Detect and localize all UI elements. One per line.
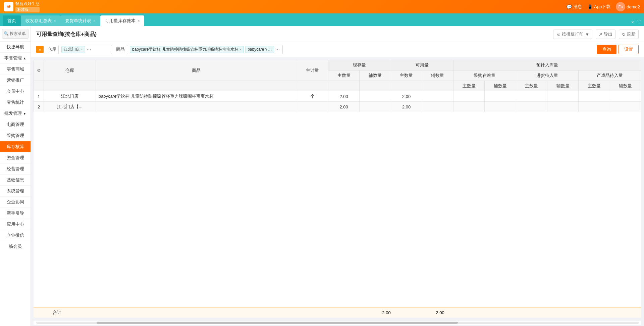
app-download-btn[interactable]: 📱 App下载 — [587, 4, 610, 10]
th-finished-pending: 产成品待入量 — [579, 71, 641, 81]
refresh-btn[interactable]: ↻ 刷新 — [619, 30, 639, 39]
fullscreen-btn[interactable]: ⛶ — [637, 19, 641, 25]
sidebar-item-member2[interactable]: 畅会员 — [0, 241, 31, 252]
sidebar-item-retail-mgmt[interactable]: 零售管理 ▲ — [0, 53, 31, 64]
printer-icon: 🖨 — [556, 32, 560, 37]
cell-available-main-1: 2.00 — [391, 91, 422, 102]
scrollbar-track — [36, 322, 639, 324]
template-badge: 标准版 — [15, 7, 40, 12]
query-btn[interactable]: 查询 — [597, 45, 616, 54]
sidebar-item-wechat[interactable]: 企业微信 — [0, 230, 31, 241]
export-btn[interactable]: ↗ 导出 — [596, 30, 615, 39]
th-empty5 — [328, 81, 359, 91]
warehouse-input[interactable]: 江北门店 × ··· — [58, 45, 112, 54]
th-empty4 — [297, 81, 328, 91]
sidebar-item-retail-stats[interactable]: 零售统计 — [0, 97, 31, 108]
sidebar-item-marketing[interactable]: 营销推广 — [0, 75, 31, 86]
cell-purchase-main-2 — [453, 102, 485, 112]
product-tag-1: babycare学饮杯 儿童防摔防撞吸管杯重力球吸嘴杯宝宝水杯 × — [130, 46, 244, 53]
tab-receive-summary[interactable]: 收发存汇总表 × — [21, 15, 60, 26]
cell-incoming-aux-2 — [547, 102, 579, 112]
print-template-btn[interactable]: 🖨 按模板打印 ▼ — [553, 30, 592, 39]
horizontal-scrollbar[interactable] — [34, 321, 641, 325]
sidebar-item-operations[interactable]: 经营管理 — [0, 164, 31, 175]
th-incoming-pending: 进货待入量 — [516, 71, 579, 81]
th-current-stock: 现存量 — [328, 60, 391, 71]
tab-order-stats[interactable]: 要货单统计表 × — [60, 15, 100, 26]
sidebar-item-app-center[interactable]: 应用中心 — [0, 219, 31, 230]
top-bar-right: 💬 消息 📱 App下载 Ea demo2 — [567, 2, 640, 11]
th-incoming-aux: 辅数量 — [547, 81, 579, 91]
product-input[interactable]: babycare学饮杯 儿童防摔防撞吸管杯重力球吸嘴杯宝宝水杯 × babyca… — [127, 45, 283, 54]
sidebar-item-ecommerce[interactable]: 电商管理 — [0, 119, 31, 130]
scrollbar-thumb[interactable] — [97, 322, 458, 324]
page-header: 可用量查询(按仓库+商品) 🖨 按模板打印 ▼ ↗ 导出 ↻ 刷新 — [31, 26, 644, 42]
sidebar-item-wholesale-mgmt[interactable]: 批发管理 ▼ — [0, 108, 31, 119]
th-empty — [34, 81, 44, 91]
sidebar-item-purchase[interactable]: 采购管理 — [0, 130, 31, 141]
filter-warehouse-group: 仓库 江北门店 × ··· — [48, 45, 112, 54]
sidebar-item-system[interactable]: 系统管理 — [0, 186, 31, 197]
filter-expand-btn[interactable]: » — [36, 46, 44, 53]
th-empty2 — [44, 81, 96, 91]
cell-purchase-main-1 — [453, 91, 485, 102]
user-menu[interactable]: Ea demo2 — [616, 2, 640, 11]
cell-finished-main-2 — [579, 102, 610, 112]
cell-unit-2 — [297, 102, 328, 112]
filter-product-group: 商品 babycare学饮杯 儿童防摔防撞吸管杯重力球吸嘴杯宝宝水杯 × bab… — [116, 45, 283, 54]
tab-receive-summary-close[interactable]: × — [54, 19, 56, 23]
sidebar-item-finance[interactable]: 资金管理 — [0, 152, 31, 164]
page-actions: 🖨 按模板打印 ▼ ↗ 导出 ↻ 刷新 — [553, 30, 639, 39]
tab-available-stock-close[interactable]: × — [138, 19, 140, 23]
table-row: 1 江北门店 babycare学饮杯 儿童防摔防撞吸管杯重力球吸嘴杯宝宝水杯 个… — [34, 91, 641, 102]
mobile-icon: 📱 — [587, 4, 593, 9]
sidebar-item-nav[interactable]: 快捷导航 — [0, 42, 31, 53]
chevron-up-icon: ▲ — [23, 56, 26, 60]
warehouse-tag: 江北门店 × — [61, 46, 85, 53]
refresh-icon: ↻ — [622, 32, 626, 37]
th-available: 可用量 — [391, 60, 453, 71]
dropdown-arrow-icon: ▼ — [585, 32, 589, 37]
close-window-btn[interactable]: × — [631, 19, 634, 25]
product-tag-2: babycare？... — [245, 46, 274, 53]
table-container: ⚙ 仓库 商品 主计量 现存量 可用量 预计入库量 主数量 辅数量 主数量 辅数… — [34, 60, 641, 307]
cell-available-main-2: 2.00 — [391, 102, 422, 112]
warehouse-tag-close[interactable]: × — [81, 47, 83, 51]
product-label: 商品 — [116, 46, 125, 52]
product-tag-1-close[interactable]: × — [239, 47, 241, 51]
cell-incoming-main-2 — [516, 102, 547, 112]
message-btn[interactable]: 💬 消息 — [567, 4, 582, 10]
top-bar: 好 畅捷通好生意 标准版 💬 消息 📱 App下载 Ea demo2 — [0, 0, 644, 13]
cell-product-2 — [96, 102, 297, 112]
settings-btn[interactable]: 设置 — [619, 45, 639, 54]
cell-incoming-aux-1 — [547, 91, 579, 102]
product-more-btn[interactable]: ··· — [275, 46, 280, 52]
sidebar-item-basic-info[interactable]: 基础信息 — [0, 175, 31, 186]
th-empty3 — [96, 81, 297, 91]
table-footer: 合计 2.00 2.00 — [34, 307, 641, 318]
cell-current-aux-1 — [360, 91, 391, 102]
column-settings-icon[interactable]: ⚙ — [37, 68, 41, 73]
table-row: 2 江北门店【... 2.00 2.00 — [34, 102, 641, 112]
warehouse-more-btn[interactable]: ··· — [87, 46, 91, 52]
tab-order-stats-close[interactable]: × — [93, 19, 95, 23]
th-finished-aux: 辅数量 — [610, 81, 641, 91]
th-purchase-aux: 辅数量 — [485, 81, 516, 91]
sidebar-item-inventory[interactable]: 库存核算 — [0, 141, 31, 152]
cell-purchase-aux-2 — [485, 102, 516, 112]
cell-unit-1: 个 — [297, 91, 328, 102]
export-icon: ↗ — [599, 32, 602, 37]
tab-home[interactable]: 首页 — [3, 15, 21, 26]
th-incoming-main: 主数量 — [516, 81, 547, 91]
cell-product-1: babycare学饮杯 儿童防摔防撞吸管杯重力球吸嘴杯宝宝水杯 — [96, 91, 297, 102]
message-icon: 💬 — [567, 4, 572, 9]
search-menu-btn[interactable]: 🔍 搜索菜单 — [2, 29, 29, 39]
logo: 好 畅捷通好生意 标准版 — [4, 1, 40, 12]
chevron-down-icon: ▼ — [23, 112, 26, 115]
th-settings[interactable]: ⚙ — [34, 60, 44, 81]
sidebar-item-retail-shop[interactable]: 零售商城 — [0, 64, 31, 75]
tab-available-stock[interactable]: 可用量库存账本 × — [100, 15, 144, 26]
sidebar-item-enterprise[interactable]: 企业协同 — [0, 197, 31, 208]
sidebar-item-member[interactable]: 会员中心 — [0, 86, 31, 97]
sidebar-item-newbie[interactable]: 新手引导 — [0, 208, 31, 219]
